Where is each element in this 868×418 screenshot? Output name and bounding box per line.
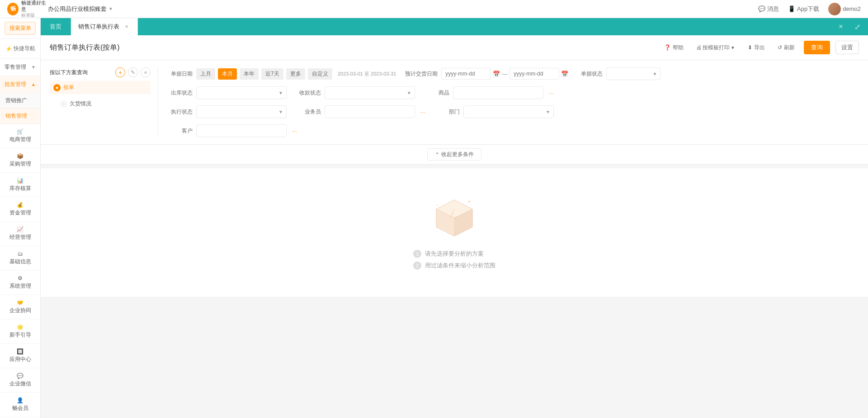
solution-debt-dot: ○ [61, 101, 67, 107]
date-btn-7days[interactable]: 近7天 [261, 68, 283, 80]
goods-more-icon[interactable]: ··· [549, 90, 554, 96]
sidebar-search-button[interactable]: 搜索菜单 [5, 22, 36, 35]
outstock-select-wrap: ▼ [196, 86, 287, 99]
print-button[interactable]: 🖨 按模板打印 ▼ [693, 42, 739, 53]
expected-date-from-input[interactable] [441, 68, 491, 80]
filter-field-customer: 客户 ··· [167, 124, 297, 137]
app-title-arrow-icon[interactable]: ▼ [108, 6, 113, 11]
sidebar-item-wholesale[interactable]: 批发管理 ▲ [0, 76, 40, 93]
enterprise-icon: 🤝 [17, 299, 24, 306]
sidebar-item-purchase[interactable]: 📦 采购管理 [0, 148, 40, 173]
empty-tip-1: 1 请先选择要分析的方案 [413, 250, 495, 258]
sidebar-nav-section: ⚡ 快捷导航 [0, 39, 40, 59]
date-btn-more[interactable]: 更多 [286, 68, 305, 80]
date-to-calendar-icon[interactable]: 📅 [561, 71, 568, 77]
page-header: 销售订单执行表(按单) ❓ 帮助 🖨 按模板打印 ▼ ⬇ 导出 [41, 35, 868, 60]
tab-fullscreen-button[interactable]: ⤢ [851, 20, 863, 33]
filter-row-2: 出库状态 ▼ 收款状态 [167, 86, 859, 99]
solution-add-button[interactable]: + [115, 67, 125, 77]
sidebar-item-appstore[interactable]: 🔲 应用中心 [0, 344, 40, 368]
date-btn-thisyear[interactable]: 本年 [240, 68, 259, 80]
salesman-input[interactable] [325, 105, 415, 118]
sidebar-item-newbie[interactable]: 🌟 新手引导 [0, 319, 40, 344]
receive-status-select[interactable] [325, 86, 415, 99]
tab-bar: 首页 销售订单执行表 × × ⤢ [41, 18, 868, 35]
tab-close-all-button[interactable]: × [835, 20, 847, 33]
refresh-button[interactable]: ↺ 刷新 [774, 42, 798, 53]
empty-illustration: ✦ ✦ ✦ [427, 195, 481, 241]
dept-select[interactable] [463, 105, 554, 118]
app-download-button[interactable]: 📱 App下载 [788, 5, 819, 13]
member-icon: 👤 [17, 397, 24, 404]
sidebar-item-sales[interactable]: 销售管理 [0, 109, 40, 124]
date-btn-thismonth[interactable]: 本月 [218, 68, 237, 80]
top-right: 💬 消息 📱 App下载 demo2 [758, 3, 861, 15]
svg-text:✦: ✦ [467, 199, 472, 205]
filter-dept-label: 部门 [434, 108, 460, 116]
operation-icon: 📈 [17, 226, 24, 233]
sidebar-marketing-label: 营销推广 [5, 97, 27, 104]
filter-field-expected-date: 预计交货日期 📅 — 📅 [405, 68, 568, 80]
collapse-bar: ⌃ 收起更多条件 [41, 145, 868, 165]
export-button[interactable]: ⬇ 导出 [744, 42, 769, 53]
tab-home[interactable]: 首页 [41, 18, 71, 35]
customer-more-icon[interactable]: ··· [292, 128, 297, 134]
sidebar-item-enterprise[interactable]: 🤝 企业协同 [0, 295, 40, 319]
execute-status-select[interactable] [196, 105, 287, 118]
date-btn-custom[interactable]: 自定义 [308, 68, 332, 80]
wechat-icon: 💬 [17, 373, 24, 379]
date-from-calendar-icon[interactable]: 📅 [493, 71, 500, 77]
date-btn-lastmonth[interactable]: 上月 [196, 68, 215, 80]
filter-salesman-label: 业务员 [296, 108, 321, 116]
print-dropdown-arrow-icon: ▼ [731, 45, 735, 50]
status-select-wrap: ▼ [606, 67, 660, 80]
empty-tips: 1 请先选择要分析的方案 2 用过滤条件来缩小分析范围 [413, 250, 495, 270]
customer-input[interactable] [196, 124, 287, 137]
settings-button[interactable]: 设置 [835, 41, 859, 54]
sidebar-item-marketing[interactable]: 营销推广 [0, 93, 40, 109]
expected-date-to-input[interactable] [509, 68, 559, 80]
salesman-more-icon[interactable]: ··· [420, 109, 425, 115]
sidebar-inventory-label: 库存核算 [9, 185, 31, 192]
sidebar-item-wechat[interactable]: 💬 企业微信 [0, 368, 40, 393]
tab-active-label: 销售订单执行表 [78, 23, 119, 31]
filter-expected-date-label: 预计交货日期 [405, 70, 438, 78]
sidebar-item-operation[interactable]: 📈 经营管理 [0, 222, 40, 246]
sidebar-basic-label: 基础信息 [9, 258, 31, 266]
solution-item-order[interactable]: ● 按单 [50, 81, 151, 94]
receive-select-wrap: ▼ [325, 86, 415, 99]
dept-select-wrap: ▼ [463, 105, 554, 118]
goods-input[interactable] [453, 86, 543, 99]
filter-execute-status-label: 执行状态 [167, 108, 193, 116]
solution-collapse-button[interactable]: « [141, 67, 151, 77]
page-content: 销售订单执行表(按单) ❓ 帮助 🖨 按模板打印 ▼ ⬇ 导出 [41, 35, 868, 418]
app-download-icon: 📱 [788, 5, 795, 12]
tab-close-button[interactable]: × [123, 23, 130, 30]
sidebar-retail-expand-icon: ▼ [31, 65, 36, 70]
outstock-select[interactable] [196, 86, 287, 99]
sidebar-item-basic[interactable]: 🗂 基础信息 [0, 246, 40, 271]
sidebar-item-member[interactable]: 👤 畅会员 [0, 393, 40, 417]
filter-receive-status-label: 收款状态 [296, 89, 321, 97]
sidebar-item-ecommerce[interactable]: 🛒 电商管理 [0, 124, 40, 148]
user-menu[interactable]: demo2 [828, 3, 861, 15]
filter-field-salesman: 业务员 ··· [296, 105, 425, 118]
solution-debt-label: 欠货情况 [70, 100, 91, 108]
help-button[interactable]: ❓ 帮助 [660, 42, 687, 53]
sidebar-item-finance[interactable]: 💰 资金管理 [0, 197, 40, 222]
sidebar-item-quicknav[interactable]: ⚡ 快捷导航 [0, 42, 40, 56]
filter-solution-header: 按以下方案查询 + ✎ « [50, 67, 151, 77]
search-button[interactable]: 查询 [804, 41, 830, 54]
sidebar-item-inventory[interactable]: 📊 库存核算 [0, 173, 40, 197]
appstore-icon: 🔲 [17, 348, 24, 355]
solution-edit-button[interactable]: ✎ [128, 67, 138, 77]
tab-active[interactable]: 销售订单执行表 × [71, 18, 138, 35]
system-icon: ⚙ [18, 275, 23, 281]
message-button[interactable]: 💬 消息 [758, 5, 779, 13]
status-select[interactable] [606, 67, 660, 80]
sidebar-item-system[interactable]: ⚙ 系统管理 [0, 271, 40, 295]
solution-item-debt[interactable]: ○ 欠货情况 [50, 98, 151, 110]
collapse-button[interactable]: ⌃ 收起更多条件 [427, 148, 481, 161]
purchase-icon: 📦 [17, 153, 24, 159]
sidebar-item-retail[interactable]: 零售管理 ▼ [0, 59, 40, 76]
